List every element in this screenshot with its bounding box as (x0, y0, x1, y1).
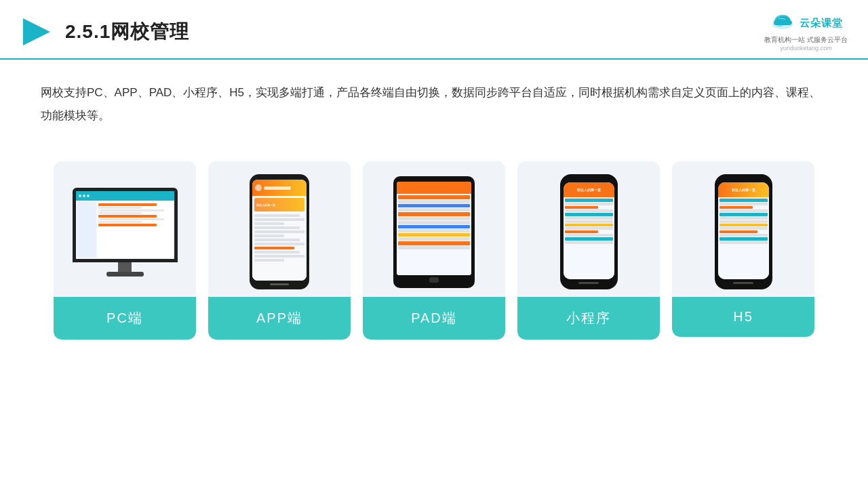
phone-notch (580, 178, 597, 182)
cards-container: PC端 职达人的第一堂 (0, 141, 868, 353)
page-title: 2.5.1网校管理 (65, 19, 189, 45)
card-pc-image (54, 161, 196, 297)
card-miniprogram-label: 小程序 (517, 297, 660, 340)
h5-phone-icon: 职达人的第一堂 (715, 174, 772, 289)
description-text: 网校支持PC、APP、PAD、小程序、H5，实现多端打通，产品各终端自由切换，数… (41, 86, 821, 122)
card-pc: PC端 (54, 161, 196, 340)
card-h5-image: 职达人的第一堂 (672, 161, 814, 297)
logo-sub: 教育机构一站 式服务云平台 (764, 35, 848, 45)
card-miniprogram-image: 职达人的第一堂 (517, 161, 660, 297)
card-pad-image (363, 161, 505, 297)
header: 2.5.1网校管理 云朵课堂 教育机构一站 式服务云平台 yu (0, 0, 868, 60)
card-h5: 职达人的第一堂 (672, 161, 814, 337)
svg-marker-0 (23, 18, 50, 45)
miniprogram-phone-icon: 职达人的第一堂 (560, 174, 618, 289)
tablet-icon (393, 176, 475, 288)
logo-text: 云朵课堂 (800, 17, 843, 30)
card-miniprogram: 职达人的第一堂 (517, 161, 660, 340)
card-app-label: APP端 (208, 297, 351, 340)
card-pad: PAD端 (363, 161, 505, 340)
card-app: 职达人的第一堂 (208, 161, 351, 340)
app-phone-icon: 职达人的第一堂 (250, 174, 309, 289)
h5-phone-notch (735, 178, 752, 182)
card-h5-label: H5 (672, 297, 814, 337)
pc-monitor-icon (73, 188, 178, 277)
card-pad-label: PAD端 (363, 297, 505, 340)
header-left: 2.5.1网校管理 (20, 16, 189, 48)
cloud-icon (770, 12, 795, 34)
logo-cloud: 云朵课堂 (770, 12, 843, 34)
card-app-image: 职达人的第一堂 (208, 161, 351, 297)
logo-domain: yunduoketang.com (781, 45, 832, 52)
logo-area: 云朵课堂 教育机构一站 式服务云平台 yunduoketang.com (764, 12, 848, 52)
play-icon (20, 16, 53, 48)
card-pc-label: PC端 (54, 297, 196, 340)
description: 网校支持PC、APP、PAD、小程序、H5，实现多端打通，产品各终端自由切换，数… (0, 60, 868, 134)
